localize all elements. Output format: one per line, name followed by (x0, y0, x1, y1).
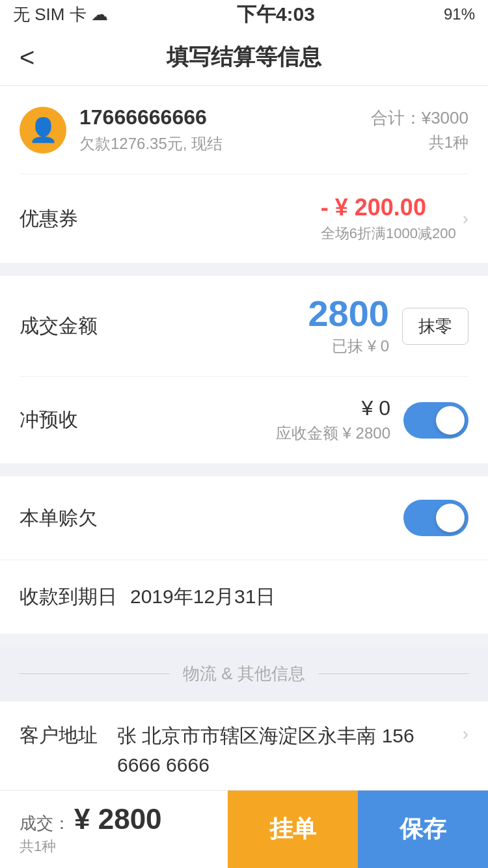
coupon-right: - ¥ 200.00 全场6折满1000减200 › (321, 194, 468, 243)
hold-button[interactable]: 挂单 (228, 791, 358, 869)
bad-debt-label: 本单赊欠 (20, 505, 98, 532)
amount-section: 成交金额 2800 已抹 ¥ 0 抹零 冲预收 ¥ 0 应收金额 ¥ 2800 (0, 276, 488, 463)
user-right: 合计：¥3000 共1种 (371, 107, 468, 153)
coupon-chevron-icon: › (463, 208, 468, 229)
prepay-right: ¥ 0 应收金额 ¥ 2800 (276, 396, 468, 444)
coupon-row[interactable]: 优惠券 - ¥ 200.00 全场6折满1000减200 › (20, 174, 468, 263)
user-phone: 17666666666 (79, 105, 223, 129)
address-label: 客户地址 (20, 722, 98, 749)
due-date-value: 2019年12月31日 (130, 584, 275, 610)
coupon-amount: - ¥ 200.00 (321, 194, 456, 221)
bottom-count: 共1种 (20, 837, 208, 856)
deal-amount-value: 2800 (308, 295, 389, 332)
due-date-row: 收款到期日 2019年12月31日 (0, 560, 488, 634)
deal-amount-label: 成交金额 (20, 313, 98, 340)
battery-label: 91% (444, 5, 475, 23)
divider-1 (0, 263, 488, 276)
status-right: 91% (444, 5, 475, 23)
bad-debt-row: 本单赊欠 (0, 476, 488, 560)
coupon-desc: 全场6折满1000减200 (321, 224, 456, 243)
status-left: 无 SIM 卡 ☁ (13, 3, 108, 26)
user-info-card: 👤 17666666666 欠款1276.35元, 现结 合计：¥3000 共1… (0, 86, 488, 263)
user-debt: 欠款1276.35元, 现结 (79, 133, 223, 154)
bad-debt-toggle[interactable] (403, 500, 468, 536)
user-left: 👤 17666666666 欠款1276.35元, 现结 (20, 105, 223, 154)
prepay-value: ¥ 0 (276, 396, 390, 420)
prepay-row: 冲预收 ¥ 0 应收金额 ¥ 2800 (20, 377, 468, 463)
bottom-amount: ¥ 2800 (74, 803, 162, 835)
sim-label: 无 SIM 卡 ☁ (13, 3, 108, 26)
save-button[interactable]: 保存 (358, 791, 488, 869)
address-chevron-icon: › (463, 724, 468, 744)
address-row[interactable]: 客户地址 张 北京市市辖区海淀区永丰南 156 6666 6666 › (0, 701, 488, 799)
due-date-label: 收款到期日 (20, 584, 117, 610)
bottom-summary: 成交： ¥ 2800 共1种 (0, 803, 228, 856)
user-info: 17666666666 欠款1276.35元, 现结 (79, 105, 223, 154)
total-label: 合计：¥3000 (371, 107, 468, 129)
divider-2 (0, 463, 488, 476)
avatar: 👤 (20, 107, 66, 154)
round-button[interactable]: 抹零 (402, 308, 468, 345)
prepay-label: 冲预收 (20, 407, 78, 433)
status-bar: 无 SIM 卡 ☁ 下午4:03 91% (0, 0, 488, 29)
deal-amount-row: 成交金额 2800 已抹 ¥ 0 抹零 (20, 276, 468, 377)
divider-3 (0, 634, 488, 647)
back-button[interactable]: < (20, 44, 34, 70)
bottom-deal-label: 成交： (20, 812, 70, 835)
bottom-bar: 成交： ¥ 2800 共1种 挂单 保存 (0, 790, 488, 868)
logistics-section-header: 物流 & 其他信息 (0, 647, 488, 701)
nav-bar: < 填写结算等信息 (0, 29, 488, 86)
deal-amount-sub: 已抹 ¥ 0 (308, 336, 389, 357)
coupon-label: 优惠券 (20, 206, 78, 232)
user-row: 👤 17666666666 欠款1276.35元, 现结 合计：¥3000 共1… (20, 86, 468, 174)
status-time: 下午4:03 (237, 1, 315, 28)
address-value: 张 北京市市辖区海淀区永丰南 156 6666 6666 (117, 721, 456, 780)
page-title: 填写结算等信息 (167, 42, 321, 72)
prepay-toggle[interactable] (403, 402, 468, 439)
logistics-label: 物流 & 其他信息 (183, 662, 305, 685)
prepay-amount: ¥ 0 应收金额 ¥ 2800 (276, 396, 390, 444)
total-count: 共1种 (371, 132, 468, 153)
prepay-sub: 应收金额 ¥ 2800 (276, 423, 390, 444)
deal-amount-right: 2800 已抹 ¥ 0 抹零 (308, 295, 468, 357)
